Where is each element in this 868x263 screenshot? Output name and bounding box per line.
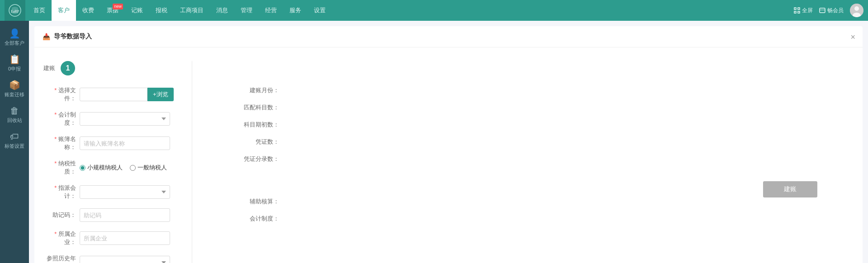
- info-account-system-label: 会计制度：: [237, 215, 283, 223]
- main-layout: 👤 全部客户 📋 0申报 📦 账套迁移 🗑 回收站 🏷 标签设置 📥 导爷数据导…: [0, 21, 868, 263]
- ref-year-select[interactable]: [80, 256, 170, 263]
- build-month-row: 建账月份：: [237, 86, 854, 94]
- sidebar-item-migrate[interactable]: 📦 账套迁移: [0, 76, 29, 102]
- dialog-header: 📥 导爷数据导入: [34, 26, 863, 47]
- new-badge: new: [113, 4, 123, 9]
- svg-text:EaRP: EaRP: [11, 9, 19, 14]
- build-button[interactable]: 建账: [763, 181, 817, 197]
- memo-input[interactable]: [80, 208, 170, 222]
- sidebar: 👤 全部客户 📋 0申报 📦 账套迁移 🗑 回收站 🏷 标签设置: [0, 21, 29, 263]
- svg-rect-4: [794, 11, 796, 13]
- tax-small-radio[interactable]: [80, 165, 85, 171]
- aux-accounting-label: 辅助核算：: [237, 197, 283, 206]
- nav-client[interactable]: 客户: [52, 0, 76, 21]
- step-header: 建账 1: [43, 61, 174, 75]
- accountant-label: 指派会计：: [43, 184, 80, 200]
- accountant-select[interactable]: [80, 185, 170, 199]
- sidebar-item-tag[interactable]: 🏷 标签设置: [0, 127, 29, 153]
- tax-general-radio[interactable]: [130, 165, 136, 171]
- avatar-icon: [850, 4, 863, 17]
- user-avatar[interactable]: [850, 4, 863, 17]
- tax-type-label: 纳税性质：: [43, 160, 80, 176]
- svg-point-9: [854, 6, 859, 11]
- nav-home[interactable]: 首页: [27, 0, 52, 21]
- match-subject-label: 匹配科目数：: [237, 103, 283, 112]
- sidebar-item-all-clients[interactable]: 👤 全部客户: [0, 24, 29, 50]
- nav-operate[interactable]: 经营: [259, 0, 283, 21]
- nav-manage[interactable]: 管理: [234, 0, 259, 21]
- step-circle: 1: [61, 61, 75, 75]
- svg-rect-3: [798, 8, 800, 9]
- form-section: 建账 1 选择文件： +浏览 会计制度：: [43, 61, 174, 263]
- account-system-label: 会计制度：: [43, 111, 80, 127]
- voucher-entries-label: 凭证分录数：: [237, 155, 283, 163]
- dialog-body: 建账 1 选择文件： +浏览 会计制度：: [34, 47, 863, 263]
- tax-type-row: 纳税性质： 小规模纳税人 一般纳税人: [43, 160, 174, 176]
- account-system-select[interactable]: [80, 112, 170, 126]
- file-row: 选择文件： +浏览: [43, 86, 174, 103]
- member-button[interactable]: 畅会员: [819, 7, 844, 14]
- ref-year-row: 参照历史年度：: [43, 254, 174, 263]
- account-system-row: 会计制度：: [43, 111, 174, 127]
- close-button[interactable]: ×: [850, 33, 855, 42]
- match-subject-row: 匹配科目数：: [237, 103, 854, 112]
- company-input[interactable]: [80, 231, 170, 245]
- aux-accounting-row: 辅助核算：: [237, 197, 854, 206]
- panel-divider: [192, 61, 192, 263]
- ref-year-label: 参照历史年度：: [43, 254, 80, 263]
- build-month-label: 建账月份：: [237, 86, 283, 94]
- nav-industry[interactable]: 工商项目: [174, 0, 210, 21]
- top-navigation: EaRP 首页 客户 收费 票据 new 记账 报税 工商项目 消息 管理 经营…: [0, 0, 868, 21]
- ledger-name-label: 账簿名称：: [43, 135, 80, 151]
- nav-right-area: 全屏 畅会员: [794, 4, 863, 17]
- nav-invoice[interactable]: 票据 new: [100, 0, 125, 21]
- company-row: 所属企业：: [43, 230, 174, 246]
- nav-message[interactable]: 消息: [210, 0, 234, 21]
- memo-label: 助记码：: [43, 211, 80, 219]
- nav-settings[interactable]: 设置: [308, 0, 332, 21]
- memo-row: 助记码：: [43, 208, 174, 222]
- sidebar-item-declare[interactable]: 📋 0申报: [0, 50, 29, 76]
- subject-init-label: 科目期初数：: [237, 121, 283, 129]
- import-dialog: 📥 导爷数据导入 × 建账 1 选择文件：: [34, 26, 863, 263]
- app-logo[interactable]: EaRP: [5, 0, 25, 21]
- company-label: 所属企业：: [43, 230, 80, 246]
- nav-service[interactable]: 服务: [283, 0, 308, 21]
- voucher-label: 凭证数：: [237, 138, 283, 146]
- browse-button[interactable]: +浏览: [147, 88, 174, 101]
- member-icon: [819, 7, 825, 14]
- dialog-title: 导爷数据导入: [54, 33, 92, 41]
- ledger-name-input[interactable]: [80, 136, 170, 150]
- svg-rect-6: [820, 8, 825, 13]
- voucher-row: 凭证数：: [237, 138, 854, 146]
- nav-tax[interactable]: 报税: [149, 0, 174, 21]
- info-account-system-row: 会计制度：: [237, 215, 854, 223]
- tax-general-option[interactable]: 一般纳税人: [130, 164, 167, 172]
- accountant-row: 指派会计：: [43, 184, 174, 200]
- subject-init-row: 科目期初数：: [237, 121, 854, 129]
- fullscreen-icon: [794, 7, 800, 14]
- file-label: 选择文件：: [43, 86, 80, 103]
- voucher-entries-row: 凭证分录数：: [237, 155, 854, 163]
- all-clients-icon: 👤: [9, 29, 20, 38]
- file-input-group: +浏览: [80, 88, 174, 101]
- step-label: 建账: [43, 64, 55, 72]
- tag-icon: 🏷: [10, 132, 19, 141]
- tax-type-radio-group: 小规模纳税人 一般纳税人: [80, 164, 167, 172]
- declare-icon: 📋: [9, 55, 20, 64]
- svg-rect-2: [794, 8, 796, 9]
- fullscreen-button[interactable]: 全屏: [794, 7, 813, 14]
- tax-small-option[interactable]: 小规模纳税人: [80, 164, 123, 172]
- sidebar-item-trash[interactable]: 🗑 回收站: [0, 102, 29, 127]
- main-content: 📥 导爷数据导入 × 建账 1 选择文件：: [29, 21, 868, 263]
- file-input[interactable]: [80, 88, 147, 101]
- dialog-title-icon: 📥: [43, 33, 50, 40]
- nav-fee[interactable]: 收费: [76, 0, 100, 21]
- migrate-icon: 📦: [9, 80, 20, 89]
- nav-account[interactable]: 记账: [125, 0, 149, 21]
- svg-rect-5: [798, 11, 800, 13]
- ledger-name-row: 账簿名称：: [43, 135, 174, 151]
- info-panel: 建账月份： 匹配科目数： 科目期初数： 凭证数：: [237, 61, 854, 263]
- nav-menu: 首页 客户 收费 票据 new 记账 报税 工商项目 消息 管理 经营 服务 设…: [27, 0, 332, 21]
- trash-icon: 🗑: [10, 106, 19, 115]
